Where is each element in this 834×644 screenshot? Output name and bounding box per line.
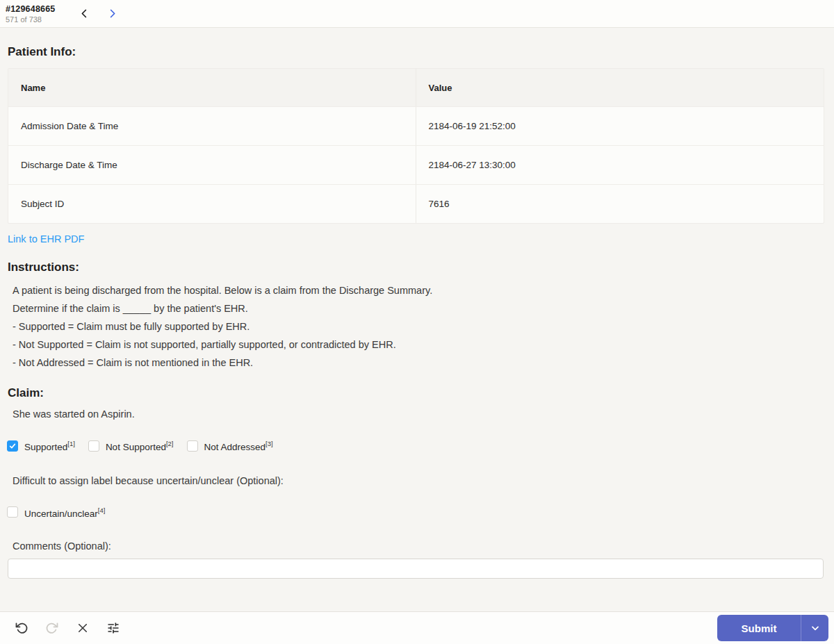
column-header-name: Name (8, 69, 416, 106)
patient-info-table: Name Value Admission Date & Time 2184-06… (8, 68, 824, 224)
hotkey-superscript: [1] (67, 440, 75, 447)
submit-button[interactable]: Submit (717, 615, 801, 641)
checkbox-not-addressed[interactable] (187, 440, 198, 452)
table-header-row: Name Value (8, 69, 824, 106)
table-row: Discharge Date & Time 2184-06-27 13:30:0… (8, 145, 824, 184)
submit-dropdown-button[interactable] (801, 615, 828, 641)
instructions-heading: Instructions: (8, 261, 834, 274)
row-value: 2184-06-19 21:52:00 (416, 107, 824, 145)
chevron-down-icon (810, 622, 821, 634)
row-value: 2184-06-27 13:30:00 (416, 146, 824, 184)
option-label: Not Supported[2] (106, 440, 174, 452)
comments-input[interactable] (8, 559, 824, 579)
option-label: Not Addressed[3] (204, 440, 273, 452)
instructions-text: A patient is being discharged from the h… (13, 281, 834, 372)
undo-icon (15, 621, 28, 635)
undo-button[interactable] (13, 619, 31, 637)
check-icon (8, 442, 17, 450)
task-meta: #129648665 571 of 738 (6, 4, 64, 24)
checkbox-uncertain[interactable] (7, 506, 18, 518)
option-not-supported[interactable]: Not Supported[2] (88, 440, 174, 452)
column-header-value: Value (416, 69, 824, 106)
previous-task-button[interactable] (74, 3, 95, 24)
table-row: Subject ID 7616 (8, 184, 824, 223)
settings-button[interactable] (104, 619, 122, 637)
labeling-app-window: #129648665 571 of 738 Patient Info: Name… (0, 0, 834, 644)
difficult-prompt: Difficult to assign label because uncert… (13, 475, 834, 486)
comments-label: Comments (Optional): (13, 540, 834, 552)
task-content: Patient Info: Name Value Admission Date … (0, 28, 834, 611)
row-name: Discharge Date & Time (8, 146, 416, 184)
instruction-line: - Not Addressed = Claim is not mentioned… (13, 354, 834, 372)
hotkey-superscript: [4] (98, 506, 106, 514)
table-row: Admission Date & Time 2184-06-19 21:52:0… (8, 106, 824, 145)
option-uncertain[interactable]: Uncertain/unclear[4] (7, 506, 105, 519)
next-task-button[interactable] (101, 3, 122, 24)
tune-sliders-icon (106, 621, 120, 635)
checkbox-not-supported[interactable] (88, 440, 99, 452)
patient-info-heading: Patient Info: (8, 45, 834, 59)
task-id: #129648665 (6, 4, 64, 14)
top-task-bar: #129648665 571 of 738 (0, 0, 834, 28)
chevron-right-icon (107, 8, 117, 19)
claim-text: She was started on Aspirin. (13, 408, 834, 420)
instruction-line: - Supported = Claim must be fully suppor… (13, 317, 834, 336)
hotkey-superscript: [2] (166, 440, 174, 447)
instruction-line: Determine if the claim is _____ by the p… (13, 299, 834, 317)
instruction-line: A patient is being discharged from the h… (13, 281, 834, 299)
reset-button[interactable] (74, 619, 92, 637)
label-options-row: Supported[1] Not Supported[2] Not Addres… (7, 440, 834, 452)
checkbox-supported[interactable] (7, 440, 18, 452)
option-supported[interactable]: Supported[1] (7, 440, 75, 452)
bottom-action-bar: Submit (0, 611, 834, 644)
task-progress-counter: 571 of 738 (6, 15, 64, 24)
chevron-left-icon (79, 8, 90, 19)
submit-split-button: Submit (717, 615, 828, 641)
close-icon (76, 622, 89, 634)
option-label: Uncertain/unclear[4] (24, 506, 105, 519)
uncertain-option-row: Uncertain/unclear[4] (7, 506, 834, 519)
row-value: 7616 (416, 185, 824, 223)
option-label: Supported[1] (24, 440, 75, 452)
hotkey-superscript: [3] (265, 440, 273, 447)
redo-icon (45, 621, 59, 635)
row-name: Subject ID (8, 185, 416, 223)
option-not-addressed[interactable]: Not Addressed[3] (187, 440, 273, 452)
instruction-line: - Not Supported = Claim is not supported… (13, 336, 834, 354)
claim-heading: Claim: (8, 386, 834, 400)
ehr-pdf-link[interactable]: Link to EHR PDF (8, 233, 84, 245)
row-name: Admission Date & Time (8, 107, 416, 145)
redo-button[interactable] (43, 619, 61, 637)
